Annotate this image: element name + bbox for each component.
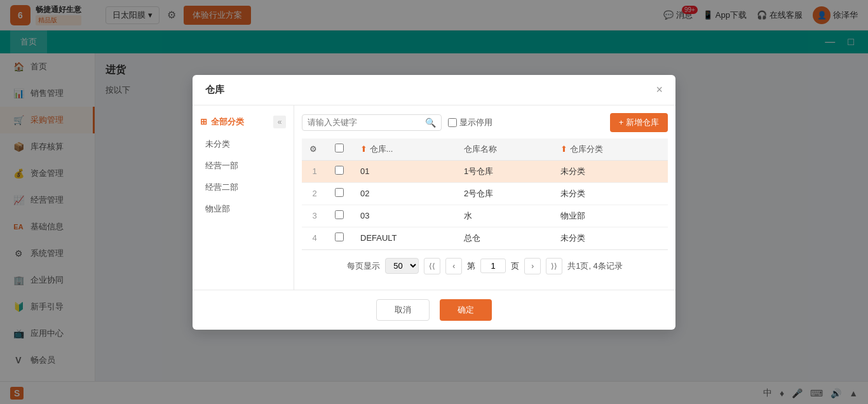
col-name: 仓库名称 bbox=[456, 138, 553, 161]
modal-title: 仓库 bbox=[205, 84, 224, 96]
page-input[interactable] bbox=[480, 259, 506, 273]
row-checkbox[interactable] bbox=[335, 210, 344, 219]
cancel-button[interactable]: 取消 bbox=[376, 299, 430, 321]
row-checkbox-cell bbox=[327, 182, 353, 205]
sort-icon: ⬆ bbox=[360, 144, 367, 154]
row-num: 3 bbox=[302, 205, 327, 227]
per-page-label: 每页显示 bbox=[347, 260, 380, 272]
category-item-dept1[interactable]: 经营一部 bbox=[193, 155, 294, 177]
row-num: 1 bbox=[302, 160, 327, 182]
table-row[interactable]: 3 03 水 物业部 bbox=[302, 205, 668, 227]
show-disabled-label[interactable]: 显示停用 bbox=[448, 117, 492, 128]
col-settings: ⚙ bbox=[302, 138, 327, 161]
row-name: 1号仓库 bbox=[456, 160, 553, 182]
table-row[interactable]: 2 02 2号仓库 未分类 bbox=[302, 182, 668, 205]
main-panel: 🔍 显示停用 + 新增仓库 ⚙ bbox=[294, 105, 675, 290]
search-icon: 🔍 bbox=[425, 118, 436, 128]
select-all-checkbox[interactable] bbox=[335, 144, 344, 152]
settings-icon: ⚙ bbox=[309, 144, 317, 154]
warehouse-table: ⚙ ⬆ 仓库... 仓库名称 bbox=[302, 138, 668, 250]
modal-header: 仓库 × bbox=[193, 75, 675, 105]
search-bar: 🔍 显示停用 + 新增仓库 bbox=[302, 113, 668, 132]
all-category-label: 全部分类 bbox=[211, 116, 244, 128]
table-header: ⚙ ⬆ 仓库... 仓库名称 bbox=[302, 138, 668, 161]
first-page-button[interactable]: ⟨⟨ bbox=[424, 258, 440, 274]
row-checkbox-cell bbox=[327, 205, 353, 227]
row-name: 2号仓库 bbox=[456, 182, 553, 205]
category-item-dept2[interactable]: 经营二部 bbox=[193, 177, 294, 198]
search-input[interactable] bbox=[308, 118, 425, 127]
row-checkbox[interactable] bbox=[335, 232, 344, 241]
category-item-property[interactable]: 物业部 bbox=[193, 198, 294, 220]
modal-footer: 取消 确定 bbox=[193, 290, 675, 330]
category-panel: ⊞ 全部分类 « 未分类 经营一部 经营二部 物业部 bbox=[193, 105, 294, 290]
page-label: 第 bbox=[467, 260, 475, 272]
modal-body: ⊞ 全部分类 « 未分类 经营一部 经营二部 物业部 bbox=[193, 105, 675, 290]
row-code: 03 bbox=[353, 205, 456, 227]
category-item-unclassified[interactable]: 未分类 bbox=[193, 133, 294, 155]
row-checkbox[interactable] bbox=[335, 166, 344, 175]
row-checkbox-cell bbox=[327, 160, 353, 182]
row-checkbox-cell bbox=[327, 227, 353, 249]
warehouse-modal: 仓库 × ⊞ 全部分类 « 未分类 经营一部 经营二部 bbox=[193, 75, 675, 330]
page-unit: 页 bbox=[511, 260, 519, 272]
row-category: 未分类 bbox=[553, 182, 668, 205]
row-code: 01 bbox=[353, 160, 456, 182]
collapse-panel-button[interactable]: « bbox=[273, 116, 286, 128]
pagination: 每页显示 50 ⟨⟨ ‹ 第 页 › ⟩⟩ 共1页, 4条记录 bbox=[302, 250, 668, 282]
row-category: 未分类 bbox=[553, 160, 668, 182]
row-code: DEFAULT bbox=[353, 227, 456, 249]
search-input-wrap[interactable]: 🔍 bbox=[302, 114, 442, 131]
all-categories-item[interactable]: ⊞ 全部分类 « bbox=[193, 111, 294, 133]
row-num: 4 bbox=[302, 227, 327, 249]
modal-overlay[interactable]: 仓库 × ⊞ 全部分类 « 未分类 经营一部 经营二部 bbox=[0, 0, 868, 404]
table-container: ⚙ ⬆ 仓库... 仓库名称 bbox=[302, 138, 668, 250]
confirm-button[interactable]: 确定 bbox=[440, 299, 492, 321]
row-name: 总仓 bbox=[456, 227, 553, 249]
col-checkbox bbox=[327, 138, 353, 161]
row-checkbox[interactable] bbox=[335, 188, 344, 197]
col-category: ⬆ 仓库分类 bbox=[553, 138, 668, 161]
page-info: 共1页, 4条记录 bbox=[567, 260, 623, 272]
category-sort-icon: ⬆ bbox=[560, 144, 567, 154]
table-row[interactable]: 4 DEFAULT 总仓 未分类 bbox=[302, 227, 668, 249]
table-row[interactable]: 1 01 1号仓库 未分类 bbox=[302, 160, 668, 182]
table-body: 1 01 1号仓库 未分类 2 bbox=[302, 160, 668, 249]
show-disabled-checkbox[interactable] bbox=[448, 118, 457, 127]
modal-close-button[interactable]: × bbox=[656, 84, 663, 95]
add-warehouse-button[interactable]: + 新增仓库 bbox=[610, 113, 668, 132]
row-category: 未分类 bbox=[553, 227, 668, 249]
prev-page-button[interactable]: ‹ bbox=[445, 258, 462, 274]
row-code: 02 bbox=[353, 182, 456, 205]
next-page-button[interactable]: › bbox=[524, 258, 541, 274]
row-category: 物业部 bbox=[553, 205, 668, 227]
row-name: 水 bbox=[456, 205, 553, 227]
grid-icon: ⊞ bbox=[200, 117, 207, 126]
per-page-select[interactable]: 50 bbox=[385, 258, 419, 274]
col-code: ⬆ 仓库... bbox=[353, 138, 456, 161]
last-page-button[interactable]: ⟩⟩ bbox=[546, 258, 562, 274]
row-num: 2 bbox=[302, 182, 327, 205]
